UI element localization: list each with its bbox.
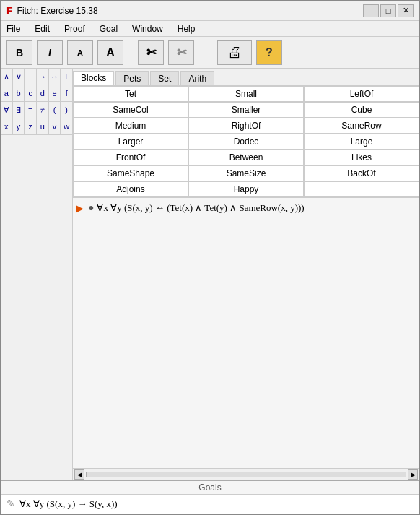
pred-tabs: Blocks Pets Set Arith <box>73 69 419 86</box>
scroll-track[interactable] <box>86 472 406 477</box>
sym-z[interactable]: z <box>25 118 37 134</box>
pred-sameshape[interactable]: SameShape <box>73 165 188 181</box>
pred-samesize[interactable]: SameSize <box>188 165 304 181</box>
pred-backof[interactable]: BackOf <box>304 165 419 181</box>
menu-window[interactable]: Window <box>129 22 166 35</box>
sym-iff[interactable]: ↔ <box>49 69 61 85</box>
scroll-right-arrow[interactable]: ▶ <box>408 469 418 480</box>
symbol-row-3: ∀ ∃ = ≠ ( ) <box>1 102 72 118</box>
italic-button[interactable]: I <box>37 40 63 65</box>
sym-x[interactable]: x <box>1 118 13 134</box>
goals-area: Goals ✎ ∀x ∀y (S(x, y) → S(y, x)) <box>1 480 419 514</box>
middle-section: ∧ ∨ ¬ → ↔ ⊥ a b c d e f ∀ ∃ <box>1 69 419 480</box>
sym-neq[interactable]: ≠ <box>37 102 49 118</box>
sym-f[interactable]: f <box>61 85 72 101</box>
close-button[interactable]: ✕ <box>398 4 414 17</box>
scissors2-button[interactable]: ✄ <box>168 40 194 65</box>
pred-rightof[interactable]: RightOf <box>188 118 304 134</box>
symbol-row-4: x y z u v w <box>1 118 72 135</box>
sym-e[interactable]: e <box>49 85 61 101</box>
menu-bar: File Edit Proof Goal Window Help <box>1 21 419 37</box>
symbol-panel: ∧ ∨ ¬ → ↔ ⊥ a b c d e f ∀ ∃ <box>1 69 73 480</box>
sym-eq[interactable]: = <box>25 102 37 118</box>
app-logo: F <box>6 5 13 17</box>
window-title: Fitch: Exercise 15.38 <box>17 6 98 16</box>
tab-blocks[interactable]: Blocks <box>73 71 114 85</box>
goal-formula: ∀x ∀y (S(x, y) → S(y, x)) <box>19 498 118 510</box>
proof-arrow: ▶ <box>76 202 84 215</box>
content-wrapper: ∧ ∨ ¬ → ↔ ⊥ a b c d e f ∀ ∃ <box>1 69 419 514</box>
sym-implies[interactable]: → <box>37 69 49 85</box>
symbol-row-1: ∧ ∨ ¬ → ↔ ⊥ <box>1 69 72 85</box>
tab-set[interactable]: Set <box>150 71 179 85</box>
pred-adjoins[interactable]: Adjoins <box>73 181 188 197</box>
pred-grid: Tet Small LeftOf SameCol Smaller Cube Me… <box>73 86 419 198</box>
menu-goal[interactable]: Goal <box>97 22 121 35</box>
sym-exists[interactable]: ∃ <box>13 102 25 118</box>
sym-c[interactable]: c <box>25 85 37 101</box>
title-bar-left: F Fitch: Exercise 15.38 <box>6 5 98 17</box>
menu-help[interactable]: Help <box>175 22 198 35</box>
sym-bottom[interactable]: ⊥ <box>61 69 72 85</box>
pred-smaller[interactable]: Smaller <box>188 102 304 118</box>
proof-bullet: ● <box>88 202 94 214</box>
goals-title: Goals <box>1 481 419 495</box>
pred-medium[interactable]: Medium <box>73 118 188 134</box>
sym-u[interactable]: u <box>37 118 49 134</box>
right-section: Blocks Pets Set Arith Tet Small LeftOf S… <box>73 69 419 480</box>
pred-larger[interactable]: Larger <box>73 134 188 150</box>
pred-small[interactable]: Small <box>188 86 304 102</box>
tab-pets[interactable]: Pets <box>115 71 149 85</box>
pred-dodec[interactable]: Dodec <box>188 134 304 150</box>
pred-samerow[interactable]: SameRow <box>304 118 419 134</box>
pred-likes[interactable]: Likes <box>304 150 419 165</box>
sym-v[interactable]: v <box>49 118 61 134</box>
scroll-left-arrow[interactable]: ◀ <box>74 469 84 480</box>
goal-icon: ✎ <box>6 498 15 510</box>
sym-rparen[interactable]: ) <box>61 102 72 118</box>
pred-frontof[interactable]: FrontOf <box>73 150 188 165</box>
symbol-row-2: a b c d e f <box>1 85 72 102</box>
pred-happy[interactable]: Happy <box>188 181 304 197</box>
horizontal-scrollbar[interactable]: ◀ ▶ <box>73 468 419 480</box>
title-controls: — □ ✕ <box>363 4 414 17</box>
scissors-button[interactable]: ✄ <box>138 40 164 65</box>
pred-between[interactable]: Between <box>188 150 304 165</box>
help-button[interactable]: ? <box>256 40 282 65</box>
sym-w[interactable]: w <box>61 118 72 134</box>
sym-not[interactable]: ¬ <box>25 69 37 85</box>
proof-area: ▶ ● ∀x ∀y (S(x, y) ↔ (Tet(x) ∧ Tet(y) ∧ … <box>73 198 419 468</box>
large-a-button[interactable]: A <box>97 40 123 65</box>
sym-b[interactable]: b <box>13 85 25 101</box>
menu-edit[interactable]: Edit <box>32 22 53 35</box>
menu-file[interactable]: File <box>4 22 23 35</box>
sym-lparen[interactable]: ( <box>49 102 61 118</box>
tab-arith[interactable]: Arith <box>180 71 214 85</box>
pred-leftof[interactable]: LeftOf <box>304 86 419 102</box>
proof-formula-1: ∀x ∀y (S(x, y) ↔ (Tet(x) ∧ Tet(y) ∧ Same… <box>97 202 304 214</box>
bold-button[interactable]: B <box>6 40 32 65</box>
sym-y[interactable]: y <box>13 118 25 134</box>
pred-tet[interactable]: Tet <box>73 86 188 102</box>
print-button[interactable]: 🖨 <box>217 40 252 65</box>
title-bar: F Fitch: Exercise 15.38 — □ ✕ <box>1 1 419 21</box>
pred-large[interactable]: Large <box>304 134 419 150</box>
pred-cube[interactable]: Cube <box>304 102 419 118</box>
maximize-button[interactable]: □ <box>380 4 396 17</box>
sym-or[interactable]: ∨ <box>13 69 25 85</box>
minimize-button[interactable]: — <box>363 4 379 17</box>
menu-proof[interactable]: Proof <box>61 22 88 35</box>
toolbar: B I A A ✄ ✄ 🖨 ? <box>1 37 419 69</box>
pred-empty <box>304 181 419 197</box>
sym-a[interactable]: a <box>1 85 13 101</box>
sym-forall[interactable]: ∀ <box>1 102 13 118</box>
sym-and[interactable]: ∧ <box>1 69 13 85</box>
proof-line-1: ▶ ● ∀x ∀y (S(x, y) ↔ (Tet(x) ∧ Tet(y) ∧ … <box>73 198 419 218</box>
sym-d[interactable]: d <box>37 85 49 101</box>
pred-samecol[interactable]: SameCol <box>73 102 188 118</box>
small-a-button[interactable]: A <box>67 40 93 65</box>
goals-content: ✎ ∀x ∀y (S(x, y) → S(y, x)) <box>1 495 419 513</box>
